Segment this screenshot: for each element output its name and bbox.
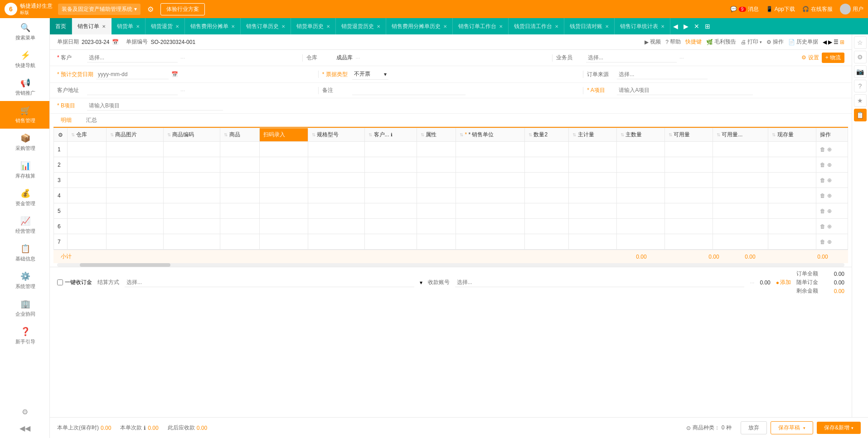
tab-daily-reconcile[interactable]: 钱货日清对账 ✕ <box>564 18 615 34</box>
save-new-button[interactable]: 保存&新增 ▾ <box>817 422 861 434</box>
online-support[interactable]: 🎧 在线客服 <box>802 5 833 13</box>
form-settings-btn[interactable]: ⚙ 设置 <box>801 54 819 62</box>
sidebar-item-inventory[interactable]: 📊 库存核算 <box>0 156 49 184</box>
calendar-icon[interactable]: 📅 <box>112 39 119 45</box>
delivery-date-input[interactable] <box>96 70 169 79</box>
row-copy-icon[interactable]: ⊕ <box>827 208 832 214</box>
tab-order-workbench[interactable]: 销售订单工作台 ✕ <box>453 18 509 34</box>
sidebar-item-guide[interactable]: ❓ 新手引导 <box>0 322 49 350</box>
row-qty2[interactable] <box>525 219 569 234</box>
sidebar-settings-icon[interactable]: ⚙ <box>19 405 31 418</box>
tab-return-history[interactable]: 销货退货历史 ✕ <box>336 18 386 34</box>
sidebar-item-quicknav[interactable]: ⚡ 快捷导航 <box>0 46 49 73</box>
row-product[interactable] <box>220 188 259 203</box>
row-spec[interactable] <box>308 173 365 188</box>
operations-btn[interactable]: ⚙ 操作 <box>766 38 784 46</box>
row-main-qty[interactable] <box>617 234 665 250</box>
row-qty2[interactable] <box>525 188 569 203</box>
tab-close-icon[interactable]: ✕ <box>377 24 380 29</box>
right-icon-2[interactable]: ⚙ <box>854 51 867 63</box>
row-customer-code[interactable] <box>365 173 417 188</box>
row-main-qty[interactable] <box>617 188 665 203</box>
sidebar-item-sales[interactable]: 🛒 销售管理 <box>0 101 49 129</box>
row-qty2[interactable] <box>525 157 569 173</box>
row-product[interactable] <box>220 234 259 250</box>
row-warehouse[interactable] <box>68 188 107 203</box>
row-attribute[interactable] <box>417 157 456 173</box>
row-spec[interactable] <box>308 157 365 173</box>
sidebar-item-system[interactable]: ⚙️ 系统管理 <box>0 267 49 294</box>
row-attribute[interactable] <box>417 188 456 203</box>
row-qty2[interactable] <box>525 234 569 250</box>
horizontal-scrollbar[interactable] <box>57 263 844 267</box>
customer-more-btn[interactable]: ··· <box>180 55 185 61</box>
row-code[interactable] <box>163 234 220 250</box>
tab-sales-fee[interactable]: 销售费用分摊单 ✕ <box>185 18 241 34</box>
salesperson-more-btn[interactable]: ··· <box>679 55 684 61</box>
row-warehouse[interactable] <box>68 173 107 188</box>
payment-more-btn[interactable]: ··· <box>750 279 754 286</box>
save-draft-button[interactable]: 保存草稿 ▾ <box>771 421 813 434</box>
settings-icon[interactable]: ⚙ <box>144 3 157 15</box>
remarks-input[interactable] <box>352 86 466 95</box>
row-main-qty[interactable] <box>617 157 665 173</box>
row-attribute[interactable] <box>417 173 456 188</box>
sidebar-item-basic[interactable]: 📋 基础信息 <box>0 239 49 267</box>
tab-close-all-btn[interactable]: ✕ <box>691 23 702 30</box>
row-product[interactable] <box>220 203 259 219</box>
list-view-btn[interactable]: ☰ <box>834 39 839 45</box>
tab-close-icon[interactable]: ✕ <box>231 24 235 29</box>
goods-logistics-btn[interactable]: + 物流 <box>822 53 844 63</box>
view-video-btn[interactable]: ▶ 视频 <box>645 38 661 46</box>
tab-close-icon[interactable]: ✕ <box>281 24 285 29</box>
row-delete-icon[interactable]: 🗑 <box>820 193 825 199</box>
row-qty2[interactable] <box>525 173 569 188</box>
row-warehouse[interactable] <box>68 219 107 234</box>
user-area[interactable]: 用户 <box>840 4 863 14</box>
row-warehouse[interactable] <box>68 234 107 250</box>
sidebar-item-finance[interactable]: 💰 资金管理 <box>0 184 49 212</box>
row-delete-icon[interactable]: 🗑 <box>820 146 825 153</box>
row-delete-icon[interactable]: 🗑 <box>820 177 825 183</box>
row-copy-icon[interactable]: ⊕ <box>827 223 832 230</box>
draft-dropdown-icon[interactable]: ▾ <box>803 426 805 430</box>
row-customer-code[interactable] <box>365 142 417 157</box>
tab-close-icon[interactable]: ✕ <box>605 24 609 29</box>
address-more-btn[interactable]: ··· <box>180 87 185 94</box>
print-btn[interactable]: 🖨 打印 ▾ <box>741 38 762 46</box>
tab-close-icon[interactable]: ✕ <box>661 24 664 29</box>
tab-close-icon[interactable]: ✕ <box>443 24 447 29</box>
row-unit[interactable] <box>456 234 525 250</box>
row-customer-code[interactable] <box>365 188 417 203</box>
col-settings-icon[interactable]: ⚙ <box>58 132 63 138</box>
row-spec[interactable] <box>308 142 365 157</box>
system-selector[interactable]: 装备及固定资产辅助管理系统 ▾ <box>58 4 141 15</box>
row-code[interactable] <box>163 142 220 157</box>
row-attribute[interactable] <box>417 219 456 234</box>
row-unit[interactable] <box>456 173 525 188</box>
row-delete-icon[interactable]: 🗑 <box>820 223 825 230</box>
row-product[interactable] <box>220 142 259 157</box>
app-download[interactable]: 📱 App下载 <box>766 5 795 13</box>
row-spec[interactable] <box>308 234 365 250</box>
grid-view-btn[interactable]: ⊞ <box>840 39 844 45</box>
sidebar-item-search[interactable]: 🔍 搜索菜单 <box>0 18 49 46</box>
detail-tab-huizong[interactable]: 汇总 <box>79 114 104 128</box>
tab-expand-btn[interactable]: ⊞ <box>702 23 713 30</box>
row-qty2[interactable] <box>525 142 569 157</box>
salesperson-input[interactable] <box>586 53 677 63</box>
right-icon-4[interactable]: ? <box>854 80 867 92</box>
prev-record-btn[interactable]: ◀ <box>823 39 827 45</box>
tab-close-icon[interactable]: ✕ <box>175 24 179 29</box>
payment-method-dropdown[interactable]: ▾ <box>420 279 422 286</box>
tab-sales-invoice[interactable]: 销货单 ✕ <box>112 18 145 34</box>
order-source-input[interactable] <box>617 70 708 79</box>
row-main-qty[interactable] <box>617 219 665 234</box>
tab-invoice-history[interactable]: 销货单历史 ✕ <box>291 18 336 34</box>
scroll-thumb[interactable] <box>80 263 170 267</box>
history-btn[interactable]: 📄 历史单据 <box>788 38 818 46</box>
row-code[interactable] <box>163 173 220 188</box>
row-unit[interactable] <box>456 203 525 219</box>
row-product[interactable] <box>220 157 259 173</box>
row-product[interactable] <box>220 173 259 188</box>
